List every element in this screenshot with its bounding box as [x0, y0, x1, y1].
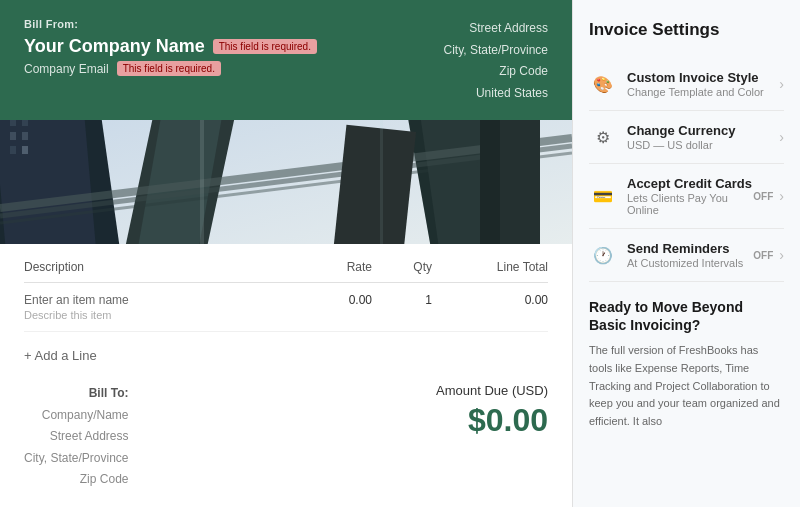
settings-items-container: 🎨Custom Invoice StyleChange Template and… [589, 58, 784, 282]
invoice-table-section: Description Rate Qty Line Total Enter an… [0, 244, 572, 383]
accept-credit-cards-subtitle: Lets Clients Pay You Online [627, 192, 753, 216]
item-description: Enter an item name Describe this item [24, 293, 256, 321]
settings-item-change-currency[interactable]: ⚙Change CurrencyUSD — US dollar› [589, 111, 784, 164]
company-email-row: Company Email This field is required. [24, 61, 444, 76]
upsell-text: The full version of FreshBooks has tools… [589, 342, 784, 430]
table-row: Enter an item name Describe this item 0.… [24, 283, 548, 332]
change-currency-subtitle: USD — US dollar [627, 139, 779, 151]
left-panel: Bill From: Your Company Name This field … [0, 0, 572, 507]
accept-credit-cards-title: Accept Credit Cards [627, 176, 753, 191]
bill-to-street: Street Address [24, 426, 128, 448]
item-qty[interactable]: 1 [372, 293, 432, 321]
upsell-title: Ready to Move Beyond Basic Invoicing? [589, 298, 784, 334]
amount-due-label: Amount Due (USD) [436, 383, 548, 398]
change-currency-chevron-icon: › [779, 129, 784, 145]
amount-value: $0.00 [436, 402, 548, 439]
company-email-required-badge: This field is required. [117, 61, 221, 76]
accept-credit-cards-right: OFF› [753, 188, 784, 204]
settings-title: Invoice Settings [589, 20, 784, 40]
svg-rect-6 [22, 132, 28, 140]
address-city: City, State/Province [444, 40, 548, 62]
table-header: Description Rate Qty Line Total [24, 260, 548, 283]
company-email-label: Company Email [24, 62, 109, 76]
custom-invoice-style-title: Custom Invoice Style [627, 70, 779, 85]
upsell-section: Ready to Move Beyond Basic Invoicing? Th… [589, 298, 784, 430]
bill-to-label: Bill To: [24, 383, 128, 405]
address-zip: Zip Code [444, 61, 548, 83]
item-rate[interactable]: 0.00 [256, 293, 372, 321]
settings-item-send-reminders[interactable]: 🕐Send RemindersAt Customized IntervalsOF… [589, 229, 784, 282]
svg-rect-4 [22, 120, 28, 126]
change-currency-title: Change Currency [627, 123, 779, 138]
company-name-row: Your Company Name This field is required… [24, 36, 444, 57]
hero-image [0, 120, 572, 244]
svg-rect-3 [10, 120, 16, 126]
svg-rect-20 [380, 120, 383, 244]
accept-credit-cards-chevron-icon: › [779, 188, 784, 204]
custom-invoice-style-chevron-icon: › [779, 76, 784, 92]
svg-rect-7 [10, 146, 16, 154]
change-currency-right: › [779, 129, 784, 145]
item-desc[interactable]: Describe this item [24, 309, 256, 321]
svg-rect-19 [200, 120, 204, 244]
company-name-required-badge: This field is required. [213, 39, 317, 54]
accept-credit-cards-content: Accept Credit CardsLets Clients Pay You … [627, 176, 753, 216]
col-description: Description [24, 260, 256, 274]
svg-rect-5 [10, 132, 16, 140]
bill-from-header: Bill From: Your Company Name This field … [0, 0, 572, 120]
amount-due: Amount Due (USD) $0.00 [436, 383, 548, 439]
bill-to-company: Company/Name [24, 405, 128, 427]
right-panel: Invoice Settings 🎨Custom Invoice StyleCh… [572, 0, 800, 507]
bill-to-section: Bill To: Company/Name Street Address Cit… [24, 383, 128, 491]
bill-to-city: City, State/Province [24, 448, 128, 470]
item-name[interactable]: Enter an item name [24, 293, 256, 307]
company-name-text: Your Company Name [24, 36, 205, 57]
address-country: United States [444, 83, 548, 105]
custom-invoice-style-icon: 🎨 [589, 70, 617, 98]
change-currency-content: Change CurrencyUSD — US dollar [627, 123, 779, 151]
address-street: Street Address [444, 18, 548, 40]
send-reminders-subtitle: At Customized Intervals [627, 257, 753, 269]
col-rate: Rate [256, 260, 372, 274]
send-reminders-icon: 🕐 [589, 241, 617, 269]
send-reminders-title: Send Reminders [627, 241, 753, 256]
add-line-button[interactable]: + Add a Line [24, 344, 97, 367]
item-line-total: 0.00 [432, 293, 548, 321]
bill-from-label: Bill From: [24, 18, 444, 30]
settings-item-accept-credit-cards[interactable]: 💳Accept Credit CardsLets Clients Pay You… [589, 164, 784, 229]
bottom-section: Bill To: Company/Name Street Address Cit… [0, 383, 572, 507]
send-reminders-chevron-icon: › [779, 247, 784, 263]
custom-invoice-style-content: Custom Invoice StyleChange Template and … [627, 70, 779, 98]
accept-credit-cards-toggle[interactable]: OFF [753, 191, 773, 202]
bill-from-address: Street Address City, State/Province Zip … [444, 18, 548, 102]
custom-invoice-style-subtitle: Change Template and Color [627, 86, 779, 98]
bill-to-zip: Zip Code [24, 469, 128, 491]
svg-rect-16 [333, 125, 416, 244]
svg-rect-8 [22, 146, 28, 154]
col-qty: Qty [372, 260, 432, 274]
custom-invoice-style-right: › [779, 76, 784, 92]
settings-item-custom-invoice-style[interactable]: 🎨Custom Invoice StyleChange Template and… [589, 58, 784, 111]
send-reminders-toggle[interactable]: OFF [753, 250, 773, 261]
col-total: Line Total [432, 260, 548, 274]
send-reminders-content: Send RemindersAt Customized Intervals [627, 241, 753, 269]
accept-credit-cards-icon: 💳 [589, 182, 617, 210]
bill-from-left: Bill From: Your Company Name This field … [24, 18, 444, 102]
svg-rect-18 [500, 120, 540, 244]
send-reminders-right: OFF› [753, 247, 784, 263]
change-currency-icon: ⚙ [589, 123, 617, 151]
